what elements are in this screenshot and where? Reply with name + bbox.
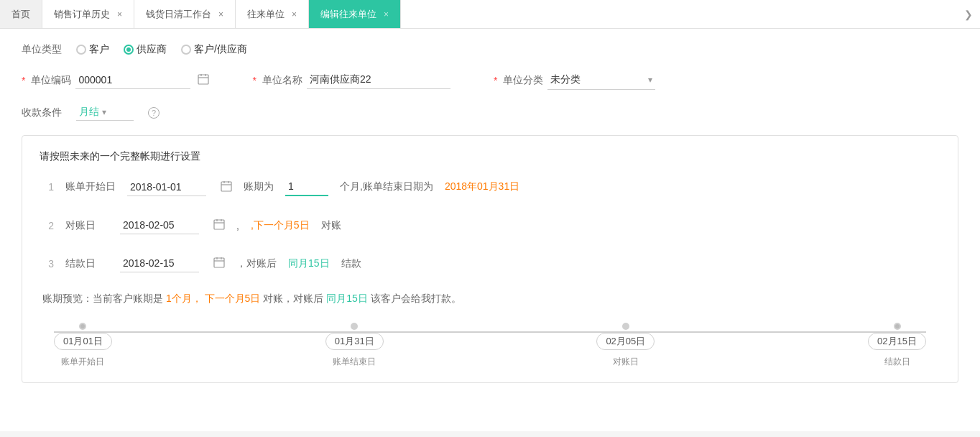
row-2-suffix-2: 对账 xyxy=(321,219,341,232)
radio-customer-supplier-circle xyxy=(181,45,191,55)
unit-code-label: 单位编码 xyxy=(31,74,71,87)
tab-partner-unit-close[interactable]: × xyxy=(292,9,297,19)
data-row-1: 1 账单开始日 账期为 个月,账单结束日期为 2018年01月31日 xyxy=(40,178,940,196)
payment-arrow-icon: ▾ xyxy=(102,107,106,117)
timeline-tag-0: 01月01日 xyxy=(54,333,112,350)
row-2-label: 对账日 xyxy=(65,219,108,232)
timeline-sublabel-0: 账单开始日 xyxy=(61,356,104,368)
svg-rect-4 xyxy=(221,182,231,191)
data-row-3: 3 结款日 ，对账后 同月15日 结款 xyxy=(40,254,940,272)
timeline-point-1: 01月31日 账单结束日 xyxy=(325,323,384,368)
unit-category-value: 未分类 xyxy=(550,73,648,86)
row-3-date-input[interactable] xyxy=(120,254,199,272)
row-1-period-unit: 个月,账单结束日期为 xyxy=(340,180,433,193)
unit-code-input[interactable] xyxy=(75,71,190,89)
unit-info-row: * 单位编码 * 单位名称 * 单位分类 未分类 ▾ xyxy=(22,70,958,90)
help-icon[interactable]: ? xyxy=(148,107,160,119)
row-3-cal-icon[interactable] xyxy=(213,257,225,270)
svg-rect-12 xyxy=(214,258,224,267)
tab-home-label: 首页 xyxy=(11,8,30,21)
row-2-cal-icon[interactable] xyxy=(213,218,225,232)
preview-part2: 下一个月5日 xyxy=(205,293,261,304)
data-row-2: 2 对账日 ,,下一个月5日 对账 xyxy=(40,216,940,234)
main-content: 单位类型 客户 供应商 客户/供应商 * 单位编码 xyxy=(0,29,980,431)
radio-customer-supplier-label: 客户/供应商 xyxy=(194,43,247,56)
unit-name-input[interactable] xyxy=(307,71,450,89)
unit-category-label: 单位分类 xyxy=(503,74,543,87)
tab-partner-unit-label: 往来单位 xyxy=(247,8,285,21)
timeline-dot-0 xyxy=(79,323,86,330)
payment-select[interactable]: 月结 ▾ xyxy=(76,104,134,121)
preview-label: 账期预览：当前客户账期是 xyxy=(42,293,163,304)
unit-category-star: * xyxy=(494,75,497,86)
timeline-tag-1: 01月31日 xyxy=(325,333,384,350)
payment-row: 收款条件 月结 ▾ ? xyxy=(22,104,958,121)
svg-rect-0 xyxy=(198,75,208,84)
unit-type-label: 单位类型 xyxy=(22,43,62,56)
row-1-date-input[interactable] xyxy=(127,178,206,196)
timeline: 01月01日 账单开始日 01月31日 账单结束日 02月05日 对账日 02月… xyxy=(40,323,940,368)
row-1-label: 账单开始日 xyxy=(65,180,116,193)
preview-part1: 1个月， xyxy=(166,293,202,304)
unit-code-star: * xyxy=(22,75,25,86)
radio-supplier[interactable]: 供应商 xyxy=(124,43,167,56)
tab-edit-partner[interactable]: 编辑往来单位 × xyxy=(309,0,401,28)
tab-cash-work-close[interactable]: × xyxy=(218,9,223,19)
row-2-date-input[interactable] xyxy=(120,216,199,234)
row-3-label: 结款日 xyxy=(65,257,108,270)
radio-customer[interactable]: 客户 xyxy=(76,43,109,56)
row-3-highlight: 同月15日 xyxy=(288,257,330,270)
row-1-cal-icon[interactable] xyxy=(221,180,232,194)
radio-customer-circle xyxy=(76,45,86,55)
timeline-dot-2 xyxy=(622,323,629,330)
timeline-sublabel-3: 结款日 xyxy=(884,356,910,368)
timeline-tag-2: 02月05日 xyxy=(596,333,655,350)
radio-customer-supplier[interactable]: 客户/供应商 xyxy=(181,43,247,56)
unit-type-radio-group: 客户 供应商 客户/供应商 xyxy=(76,43,247,56)
radio-supplier-circle xyxy=(124,45,134,55)
section-title: 请按照未来的一个完整帐期进行设置 xyxy=(40,150,940,163)
row-1-period-input[interactable] xyxy=(285,178,328,196)
unit-name-label: 单位名称 xyxy=(262,74,302,87)
tab-cash-work-label: 钱货日清工作台 xyxy=(146,8,211,21)
timeline-point-2: 02月05日 对账日 xyxy=(596,323,655,368)
tab-edit-partner-label: 编辑往来单位 xyxy=(320,8,376,21)
row-2-suffix-1: , xyxy=(236,220,239,231)
row-1-number: 1 xyxy=(40,181,54,193)
svg-rect-8 xyxy=(214,220,224,229)
unit-category-arrow-icon: ▾ xyxy=(648,75,652,85)
tab-home[interactable]: 首页 xyxy=(0,0,42,28)
tab-edit-partner-close[interactable]: × xyxy=(384,9,389,19)
row-3-number: 3 xyxy=(40,258,54,270)
unit-type-row: 单位类型 客户 供应商 客户/供应商 xyxy=(22,43,958,56)
payment-label: 收款条件 xyxy=(22,106,62,119)
row-3-suffix-3: 结款 xyxy=(341,257,361,270)
unit-category-select[interactable]: 未分类 ▾ xyxy=(547,70,655,90)
radio-customer-label: 客户 xyxy=(89,43,109,56)
tab-partner-unit[interactable]: 往来单位 × xyxy=(236,0,309,28)
unit-code-group: * 单位编码 xyxy=(22,71,209,89)
timeline-sublabel-1: 账单结束日 xyxy=(333,356,376,368)
row-3-suffix-1: ，对账后 xyxy=(236,257,277,270)
timeline-point-0: 01月01日 账单开始日 xyxy=(54,323,112,368)
unit-name-star: * xyxy=(252,75,256,86)
tab-cash-work[interactable]: 钱货日清工作台 × xyxy=(134,0,236,28)
unit-code-icon[interactable] xyxy=(198,73,209,87)
payment-value: 月结 xyxy=(79,106,99,119)
unit-category-group: * 单位分类 未分类 ▾ xyxy=(494,70,655,90)
timeline-point-3: 02月15日 结款日 xyxy=(868,323,926,368)
preview-mid: 对账，对账后 xyxy=(263,293,323,304)
timeline-sublabel-2: 对账日 xyxy=(613,356,639,368)
tab-sales-history[interactable]: 销售订单历史 × xyxy=(42,0,134,28)
row-2-number: 2 xyxy=(40,220,54,231)
timeline-tag-3: 02月15日 xyxy=(868,333,926,350)
radio-supplier-label: 供应商 xyxy=(137,43,167,56)
tab-expand-button[interactable]: ❯ xyxy=(957,0,980,28)
tab-sales-history-label: 销售订单历史 xyxy=(54,8,110,21)
section-box: 请按照未来的一个完整帐期进行设置 1 账单开始日 账期为 个月,账单结束日期为 … xyxy=(22,135,958,383)
tab-sales-history-close[interactable]: × xyxy=(117,9,122,19)
row-2-highlight: ,下一个月5日 xyxy=(251,219,310,232)
tab-bar: 首页 销售订单历史 × 钱货日清工作台 × 往来单位 × 编辑往来单位 × ❯ xyxy=(0,0,980,29)
row-1-suffix-before: 账期为 xyxy=(244,180,274,193)
row-1-period-end-date: 2018年01月31日 xyxy=(445,180,519,193)
